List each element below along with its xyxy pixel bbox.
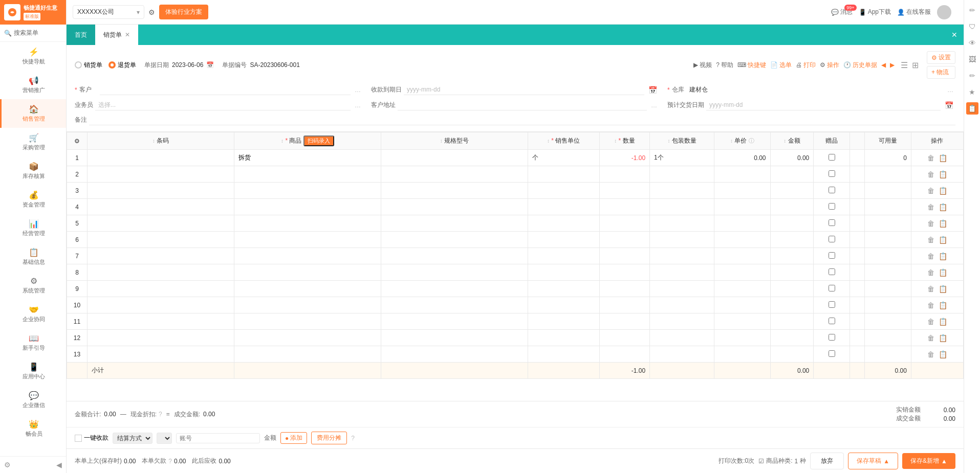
sidebar-item-system[interactable]: ⚙ 系统管理 xyxy=(0,271,66,300)
salesperson-dots-icon[interactable]: … xyxy=(353,102,363,109)
product-kind-checkbox[interactable]: ☑ xyxy=(758,458,764,465)
cell-gift[interactable] xyxy=(814,248,850,264)
cell-amount[interactable] xyxy=(770,346,814,363)
online-service-action[interactable]: 👤 在线客服 xyxy=(897,8,931,16)
delete-icon[interactable]: 🗑 xyxy=(926,170,935,178)
copy-icon[interactable]: 📋 xyxy=(938,187,948,195)
cell-amount[interactable] xyxy=(770,232,814,248)
sidebar-item-purchase[interactable]: 🛒 采购管理 xyxy=(0,128,66,156)
amount-sort-icon[interactable]: ↕ xyxy=(783,138,786,144)
cell-unit[interactable] xyxy=(528,281,599,297)
cell-pkg-qty[interactable] xyxy=(650,346,714,363)
payment-due-input[interactable] xyxy=(404,84,644,95)
cell-description[interactable] xyxy=(850,215,864,232)
cell-description[interactable] xyxy=(850,297,864,313)
cell-pkg-qty[interactable] xyxy=(650,166,714,183)
cell-price[interactable] xyxy=(714,281,770,297)
cell-barcode[interactable] xyxy=(88,346,234,363)
rp-pencil-icon[interactable]: ✏ xyxy=(967,70,977,82)
save-new-button[interactable]: 保存&新增 ▲ xyxy=(902,453,955,469)
video-action[interactable]: ▶ 视频 xyxy=(693,61,712,70)
discard-button[interactable]: 放弃 xyxy=(810,453,844,469)
salesperson-input[interactable] xyxy=(95,100,351,110)
cell-unit[interactable]: 个 xyxy=(528,150,599,166)
payment-method-select2[interactable] xyxy=(157,433,172,444)
cell-price[interactable] xyxy=(714,248,770,264)
addr-dots-icon[interactable]: … xyxy=(649,102,659,109)
sidebar-item-sales[interactable]: 🏠 销售管理 xyxy=(0,99,66,128)
expense-help-icon[interactable]: ? xyxy=(351,435,355,442)
delete-icon[interactable]: 🗑 xyxy=(926,203,935,211)
setting-button[interactable]: ⚙ 设置 xyxy=(927,51,955,64)
payment-calendar-icon[interactable]: 📅 xyxy=(646,86,659,94)
copy-icon[interactable]: 📋 xyxy=(938,350,948,358)
cell-description[interactable] xyxy=(850,150,864,166)
sidebar-item-basic[interactable]: 📋 基础信息 xyxy=(0,242,66,271)
scan-btn[interactable]: 扫码录入 xyxy=(303,136,334,146)
cell-qty[interactable] xyxy=(599,232,650,248)
remarks-input[interactable] xyxy=(89,115,955,125)
sidebar-item-finance[interactable]: 💰 资金管理 xyxy=(0,185,66,214)
cell-description[interactable] xyxy=(850,281,864,297)
company-selector[interactable]: XXXXXX公司 ▾ xyxy=(73,5,144,19)
cell-description[interactable] xyxy=(850,248,864,264)
delete-icon[interactable]: 🗑 xyxy=(926,252,935,260)
cell-barcode[interactable] xyxy=(88,264,234,281)
radio-sales[interactable]: 销货单 xyxy=(75,61,102,70)
cell-price[interactable] xyxy=(714,297,770,313)
cell-spec[interactable] xyxy=(381,281,528,297)
cell-spec[interactable] xyxy=(381,215,528,232)
cell-pkg-qty[interactable] xyxy=(650,264,714,281)
cell-amount[interactable] xyxy=(770,183,814,199)
select-action[interactable]: 📄 选单 xyxy=(770,61,792,70)
shortcut-action[interactable]: ⌨ 快捷键 xyxy=(737,61,766,70)
cell-pkg-qty[interactable] xyxy=(650,183,714,199)
rp-eye-icon[interactable]: 👁 xyxy=(967,37,978,49)
add-button[interactable]: ● 添加 xyxy=(280,432,307,444)
cell-spec[interactable] xyxy=(381,232,528,248)
sidebar-item-quick-nav[interactable]: ⚡ 快捷导航 xyxy=(0,42,66,71)
rp-image-icon[interactable]: 🖼 xyxy=(967,53,978,65)
prev-icon[interactable]: ◀ xyxy=(881,61,886,69)
cell-product[interactable] xyxy=(234,297,381,313)
cell-qty[interactable] xyxy=(599,215,650,232)
next-icon[interactable]: ▶ xyxy=(890,61,895,69)
cell-barcode[interactable] xyxy=(88,199,234,215)
sidebar-item-marketing[interactable]: 📢 营销推广 xyxy=(0,71,66,99)
cell-description[interactable] xyxy=(850,346,864,363)
cell-gift[interactable] xyxy=(814,313,850,330)
cell-gift[interactable] xyxy=(814,150,850,166)
unit-sort-icon[interactable]: ↕ xyxy=(547,138,550,144)
logistics-button[interactable]: + 物流 xyxy=(927,66,955,79)
trial-button[interactable]: 体验行业方案 xyxy=(159,5,208,19)
cell-product[interactable] xyxy=(234,264,381,281)
cell-unit[interactable] xyxy=(528,199,599,215)
cell-barcode[interactable] xyxy=(88,313,234,330)
cell-unit[interactable] xyxy=(528,346,599,363)
customer-dots-icon[interactable]: … xyxy=(353,86,363,94)
cell-spec[interactable] xyxy=(381,313,528,330)
delete-icon[interactable]: 🗑 xyxy=(926,154,935,162)
cell-product[interactable] xyxy=(234,215,381,232)
warehouse-dots-icon[interactable]: … xyxy=(945,86,955,94)
tab-sales-order[interactable]: 销货单 ✕ xyxy=(95,25,138,45)
cell-unit[interactable] xyxy=(528,264,599,281)
cell-gift[interactable] xyxy=(814,330,850,346)
cell-product[interactable] xyxy=(234,166,381,183)
copy-icon[interactable]: 📋 xyxy=(938,318,948,326)
cell-gift[interactable] xyxy=(814,215,850,232)
expense-button[interactable]: 费用分摊 xyxy=(311,432,347,444)
cell-amount[interactable] xyxy=(770,215,814,232)
copy-icon[interactable]: 📋 xyxy=(938,219,948,228)
cell-qty[interactable] xyxy=(599,346,650,363)
cell-product[interactable] xyxy=(234,313,381,330)
cell-amount[interactable] xyxy=(770,248,814,264)
avatar[interactable] xyxy=(937,5,951,19)
cell-barcode[interactable] xyxy=(88,150,234,166)
cell-price[interactable] xyxy=(714,215,770,232)
expected-date-input[interactable] xyxy=(706,100,941,110)
cell-gift[interactable] xyxy=(814,264,850,281)
cell-barcode[interactable] xyxy=(88,297,234,313)
cell-product[interactable] xyxy=(234,199,381,215)
cell-gift[interactable] xyxy=(814,166,850,183)
